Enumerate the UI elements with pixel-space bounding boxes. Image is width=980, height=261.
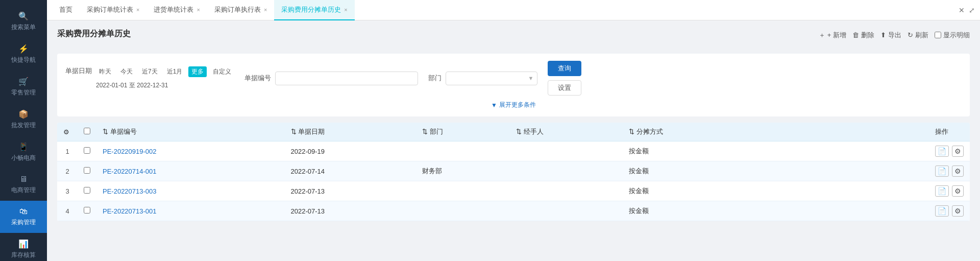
- tab-label-purchase-fee-history: 采购费用分摊单历史: [281, 5, 341, 14]
- col-doc-num-sort-icon[interactable]: ⇅: [103, 128, 108, 135]
- row-ops: 📄 ⚙: [929, 201, 970, 221]
- col-ops: 操作: [929, 123, 970, 141]
- show-cols-toggle[interactable]: 显示明细: [935, 31, 970, 40]
- add-button[interactable]: ＋ + 新增: [819, 31, 846, 40]
- tab-close-inbound-stats[interactable]: ×: [197, 7, 200, 13]
- sidebar-item-mobile-ecom[interactable]: 📱小畅电商: [0, 136, 47, 169]
- tab-home[interactable]: 首页: [52, 0, 80, 20]
- row-dept: 财务部: [416, 161, 510, 181]
- row-split-method: 按金额: [623, 161, 929, 181]
- ecom-icon: 🖥: [3, 175, 44, 184]
- row-checkbox-cell[interactable]: [78, 181, 96, 201]
- sidebar-item-retail[interactable]: 🛒零售管理: [0, 70, 47, 103]
- add-icon: ＋: [819, 31, 825, 40]
- dept-label: 部门: [428, 74, 442, 83]
- col-settings[interactable]: ⚙: [57, 123, 78, 141]
- row-doc-date: 2022-07-14: [285, 161, 416, 181]
- row-handler: [510, 141, 623, 161]
- tab-purchase-fee-history[interactable]: 采购费用分摊单历史×: [274, 0, 354, 20]
- search-btn-group: 查询 设置: [548, 61, 581, 96]
- tab-label-purchase-order-stats: 采购订单统计表: [87, 5, 133, 14]
- col-handler-sort-icon[interactable]: ⇅: [516, 128, 522, 135]
- row-checkbox-cell[interactable]: [78, 141, 96, 161]
- last1month-btn[interactable]: 近1月: [164, 66, 186, 77]
- tab-close-purchase-fee-history[interactable]: ×: [344, 7, 347, 13]
- delete-button[interactable]: 🗑 删除: [852, 31, 874, 40]
- select-all-checkbox[interactable]: [84, 128, 90, 134]
- tab-close-purchase-order-exec[interactable]: ×: [264, 7, 267, 13]
- sidebar-item-search[interactable]: 🔍搜索菜单: [0, 5, 47, 38]
- row-dept: [416, 181, 510, 201]
- col-doc-date-sort-icon[interactable]: ⇅: [291, 128, 297, 135]
- view-icon[interactable]: 📄: [935, 205, 949, 217]
- tab-inbound-stats[interactable]: 进货单统计表×: [146, 0, 207, 20]
- row-checkbox[interactable]: [84, 167, 90, 174]
- more-date-btn[interactable]: 更多: [188, 66, 207, 77]
- row-split-method: 按金额: [623, 201, 929, 221]
- restore-window-button[interactable]: ⤢: [969, 6, 975, 14]
- row-dept: [416, 141, 510, 161]
- filter-area: 单据日期 昨天 今天 近7天 近1月 更多 自定义 2022-01-01 至 2…: [57, 54, 970, 116]
- row-dept: [416, 201, 510, 221]
- sidebar-item-purchase[interactable]: 🛍采购管理: [0, 201, 47, 233]
- table-header: ⚙ ⇅ 单据编号 ⇅ 单据日期 ⇅ 部门: [57, 123, 970, 141]
- export-icon: ⬆: [880, 31, 886, 39]
- row-ops: 📄 ⚙: [929, 141, 970, 161]
- close-window-button[interactable]: ✕: [959, 6, 965, 14]
- custom-date-btn[interactable]: 自定义: [210, 66, 234, 77]
- doc-num-link[interactable]: PE-20220713-003: [103, 187, 157, 195]
- col-dept-sort-icon[interactable]: ⇅: [422, 128, 428, 135]
- tab-close-purchase-order-stats[interactable]: ×: [136, 7, 139, 13]
- row-doc-num: PE-20220713-003: [96, 181, 285, 201]
- sidebar-item-inventory[interactable]: 📊库存核算: [0, 233, 47, 261]
- yesterday-btn[interactable]: 昨天: [96, 66, 114, 77]
- sidebar-item-ecom[interactable]: 🖥电商管理: [0, 169, 47, 201]
- export-button[interactable]: ⬆ 导出: [880, 31, 901, 40]
- row-checkbox[interactable]: [84, 147, 90, 154]
- edit-icon[interactable]: ⚙: [952, 205, 964, 217]
- row-checkbox[interactable]: [84, 207, 90, 213]
- table-row: 4 PE-20220713-001 2022-07-13 按金额 📄 ⚙: [57, 201, 970, 221]
- tab-bar: 首页采购订单统计表×进货单统计表×采购订单执行表×采购费用分摊单历史× ✕ ⤢: [47, 0, 980, 20]
- row-split-method: 按金额: [623, 181, 929, 201]
- set-button[interactable]: 设置: [548, 80, 581, 96]
- search-button[interactable]: 查询: [548, 61, 581, 76]
- expand-more-btn[interactable]: ▼ 展开更多条件: [65, 101, 962, 109]
- view-icon[interactable]: 📄: [935, 146, 949, 157]
- row-doc-date: 2022-07-13: [285, 181, 416, 201]
- show-cols-checkbox[interactable]: [935, 32, 941, 38]
- edit-icon[interactable]: ⚙: [952, 165, 964, 177]
- purchase-icon: 🛍: [3, 207, 44, 216]
- mobile-ecom-icon: 📱: [3, 142, 44, 152]
- doc-num-input[interactable]: [275, 72, 418, 85]
- refresh-button[interactable]: ↻ 刷新: [908, 31, 928, 40]
- tab-purchase-order-exec[interactable]: 采购订单执行表×: [207, 0, 274, 20]
- doc-num-link[interactable]: PE-20220713-001: [103, 207, 157, 215]
- row-checkbox-cell[interactable]: [78, 201, 96, 221]
- sidebar-item-wholesale[interactable]: 📦批发管理: [0, 103, 47, 136]
- edit-icon[interactable]: ⚙: [952, 146, 964, 157]
- row-handler: [510, 161, 623, 181]
- view-icon[interactable]: 📄: [935, 185, 949, 197]
- edit-icon[interactable]: ⚙: [952, 185, 964, 197]
- doc-num-link[interactable]: PE-20220919-002: [103, 148, 157, 155]
- row-doc-date: 2022-07-13: [285, 201, 416, 221]
- row-checkbox[interactable]: [84, 187, 90, 194]
- retail-icon: 🛒: [3, 77, 44, 86]
- sidebar-item-quick-nav[interactable]: ⚡快捷导航: [0, 38, 47, 70]
- sidebar: 🔍搜索菜单⚡快捷导航🛒零售管理📦批发管理📱小畅电商🖥电商管理🛍采购管理📊库存核算…: [0, 0, 47, 261]
- view-icon[interactable]: 📄: [935, 165, 949, 177]
- dept-select-wrapper: ▼: [446, 72, 537, 85]
- row-num: 2: [57, 161, 78, 181]
- dept-input[interactable]: [446, 72, 537, 85]
- date-filter-group: 昨天 今天 近7天 近1月 更多 自定义 2022-01-01 至 2022-1…: [96, 66, 234, 90]
- col-doc-date: ⇅ 单据日期: [285, 123, 416, 141]
- tab-purchase-order-stats[interactable]: 采购订单统计表×: [80, 0, 146, 20]
- last7days-btn[interactable]: 近7天: [139, 66, 161, 77]
- today-btn[interactable]: 今天: [117, 66, 136, 77]
- row-handler: [510, 201, 623, 221]
- row-checkbox-cell[interactable]: [78, 161, 96, 181]
- doc-num-link[interactable]: PE-20220714-001: [103, 168, 157, 175]
- col-checkbox-header[interactable]: [78, 123, 96, 141]
- col-split-sort-icon[interactable]: ⇅: [629, 128, 634, 135]
